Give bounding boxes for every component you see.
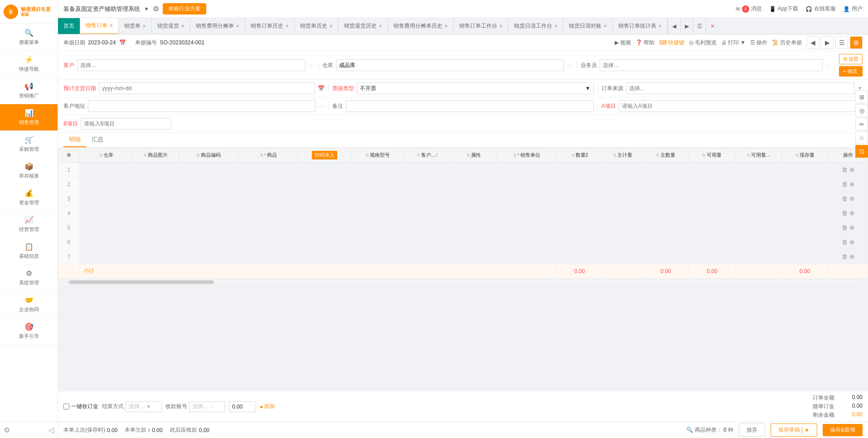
sidebar-item-purchase[interactable]: 🛒 采购管理 — [0, 131, 58, 158]
row3-unit[interactable] — [497, 192, 557, 206]
tab-expense-history[interactable]: 销售费用分摊单历史 ✕ — [388, 18, 454, 34]
row3-stock[interactable] — [781, 192, 828, 206]
row7-main-qty[interactable] — [643, 250, 689, 264]
row2-avail2[interactable] — [735, 177, 781, 192]
tab-close-return[interactable]: ✕ — [181, 24, 184, 29]
save-draft-dropdown-icon[interactable]: ▼ — [802, 427, 810, 433]
row1-spec[interactable] — [351, 163, 404, 177]
row5-qty2[interactable] — [557, 221, 603, 235]
tab-order-workbench[interactable]: 销售订单工作台 ✕ — [454, 18, 509, 34]
row2-avail[interactable] — [689, 177, 735, 192]
sidebar-item-search[interactable]: 🔍 搜索菜单 — [0, 24, 58, 51]
row6-unit[interactable] — [497, 235, 557, 250]
th-product-code[interactable]: ⇅商品编码 — [179, 148, 238, 163]
row6-attr[interactable] — [451, 235, 497, 250]
row5-copy-icon[interactable]: ⊕ — [849, 224, 854, 231]
add-btn[interactable]: ● 添加 — [260, 403, 275, 410]
th-qty2[interactable]: ⇅数量2 — [557, 148, 603, 163]
amount-field[interactable]: 0.00 — [229, 401, 256, 412]
history-btn[interactable]: 📜 历史单据 — [772, 39, 802, 47]
view-btn[interactable]: ▶ 视频 — [615, 39, 631, 47]
tab-daily-workbench[interactable]: 钱货日清工作台 ✕ — [509, 18, 563, 34]
sidebar-item-cooperation[interactable]: 🤝 企业协同 — [0, 291, 58, 318]
tab-close-sales-order[interactable]: ✕ — [109, 23, 113, 28]
invoice-select[interactable]: 不开票 ▼ — [357, 82, 593, 94]
solution-button[interactable]: 体验行业方案 — [163, 3, 206, 14]
th-settings[interactable]: ⚙ — [58, 148, 80, 163]
row4-avail2[interactable] — [735, 206, 781, 221]
row7-warehouse[interactable] — [79, 250, 132, 264]
row4-stock[interactable] — [781, 206, 828, 221]
tab-return-history[interactable]: 销货退货历史 ✕ — [339, 18, 388, 34]
row1-code[interactable] — [179, 163, 238, 177]
row5-spec[interactable] — [351, 221, 404, 235]
salesperson-dots-btn[interactable]: ··· — [825, 62, 832, 68]
tab-close-expense-hist[interactable]: ✕ — [444, 24, 448, 29]
sidebar-item-marketing[interactable]: 📢 营销推广 — [0, 77, 58, 104]
th-main-unit[interactable]: ⇅主计量 — [603, 148, 643, 163]
row6-qty2[interactable] — [557, 235, 603, 250]
row6-code[interactable] — [179, 235, 238, 250]
online-service-btn[interactable]: 🎧 在线客服 — [805, 5, 836, 13]
row5-avail[interactable] — [689, 221, 735, 235]
row6-avail2[interactable] — [735, 235, 781, 250]
row3-main-qty[interactable] — [643, 192, 689, 206]
row1-product[interactable] — [238, 163, 298, 177]
payment-select[interactable]: 选择... ▼ — [126, 401, 162, 412]
row3-warehouse[interactable] — [79, 192, 132, 206]
form-view-btn[interactable]: ⊞ — [850, 36, 863, 49]
row7-img[interactable] — [132, 250, 179, 264]
operation-btn[interactable]: ☰ 操作 — [750, 39, 767, 47]
delivery-date-input[interactable] — [99, 82, 315, 94]
row6-main-qty[interactable] — [643, 235, 689, 250]
customer-dots-btn[interactable]: ··· — [308, 62, 315, 68]
row5-code[interactable] — [179, 221, 238, 235]
next-record-btn[interactable]: ▶ — [821, 36, 834, 49]
row3-cust-code[interactable] — [404, 192, 450, 206]
calendar-icon[interactable]: 📅 — [119, 39, 126, 46]
row4-main-unit[interactable] — [603, 206, 643, 221]
row4-avail[interactable] — [689, 206, 735, 221]
row7-avail2[interactable] — [735, 250, 781, 264]
row6-copy-icon[interactable]: ⊕ — [849, 239, 854, 245]
scan-btn[interactable]: 扫码录入 — [312, 151, 337, 159]
system-dropdown[interactable]: ▼ — [144, 6, 149, 12]
row2-qty2[interactable] — [557, 177, 603, 192]
row3-main-unit[interactable] — [603, 192, 643, 206]
row3-copy-icon[interactable]: ⊕ — [849, 195, 854, 202]
logistics-float-btn[interactable]: + 物流 — [839, 66, 863, 77]
shortcut-btn[interactable]: ⌨ 快捷键 — [659, 39, 684, 47]
tab-sales-delivery[interactable]: 销货单 ✕ — [119, 18, 152, 34]
discard-button[interactable]: 放弃 — [739, 424, 765, 437]
tab-daily-reconcile[interactable]: 钱货日清对账 ✕ — [563, 18, 613, 34]
row6-cust-code[interactable] — [404, 235, 450, 250]
row2-main-unit[interactable] — [603, 177, 643, 192]
rp-btn-3[interactable]: ✏ — [855, 118, 868, 130]
tab-close-reconcile[interactable]: ✕ — [603, 24, 607, 29]
row4-cust-code[interactable] — [404, 206, 450, 221]
row5-delete-icon[interactable]: 🗑 — [842, 224, 848, 231]
tab-close-stats[interactable]: ✕ — [658, 24, 662, 29]
row6-delete-icon[interactable]: 🗑 — [842, 239, 848, 245]
th-product-img[interactable]: ⇅商品图片 — [132, 148, 179, 163]
row4-spec[interactable] — [351, 206, 404, 221]
row5-cust-code[interactable] — [404, 221, 450, 235]
row3-spec[interactable] — [351, 192, 404, 206]
salesperson-input[interactable] — [600, 59, 823, 71]
row6-warehouse[interactable] — [79, 235, 132, 250]
message-btn[interactable]: ✉ 9 消息 — [736, 5, 762, 13]
th-available[interactable]: ⇅可用量 — [689, 148, 735, 163]
row7-copy-icon[interactable]: ⊕ — [849, 253, 854, 260]
tab-menu-icon[interactable]: ☰ — [693, 18, 706, 34]
row6-product[interactable] — [238, 235, 298, 250]
th-available2[interactable]: ⇅可用量... — [735, 148, 781, 163]
row7-cust-code[interactable] — [404, 250, 450, 264]
gear-settings-icon[interactable]: ⚙ — [153, 5, 159, 13]
row6-img[interactable] — [132, 235, 179, 250]
row7-stock[interactable] — [781, 250, 828, 264]
tab-order-history[interactable]: 销售订单历史 ✕ — [245, 18, 295, 34]
row7-delete-icon[interactable]: 🗑 — [842, 253, 848, 260]
row1-unit[interactable] — [497, 163, 557, 177]
rp-btn-1[interactable]: ⊞ — [855, 91, 868, 103]
row1-main-unit[interactable] — [603, 163, 643, 177]
